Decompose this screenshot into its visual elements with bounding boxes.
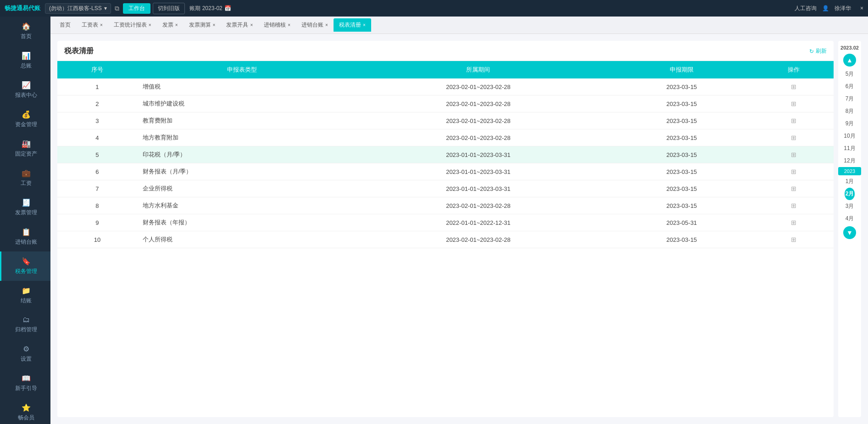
action-icon-6[interactable]: ⊞	[791, 185, 796, 192]
tab-label-0: 首页	[60, 21, 71, 29]
col-type: 申报表类型	[137, 61, 347, 78]
cell-deadline-9: 2023-03-15	[610, 231, 754, 248]
cell-no-9: 10	[57, 231, 137, 248]
tab-close-7[interactable]: ×	[325, 22, 328, 28]
user-name: 徐泽华	[835, 5, 851, 12]
tab-close-3[interactable]: ×	[175, 22, 178, 28]
sidebar-icon-0: 🏠	[22, 22, 31, 31]
sidebar-item-9[interactable]: 📁结账	[0, 281, 50, 310]
cell-no-8: 9	[57, 214, 137, 231]
page-content: 税表清册 ↻ 刷新 序号 申报表类型 所属期间 申报期限	[50, 34, 868, 424]
tab-8[interactable]: 税表清册×	[334, 18, 371, 32]
tab-5[interactable]: 发票开具×	[221, 18, 258, 32]
action-icon-5[interactable]: ⊞	[791, 168, 796, 175]
tab-close-5[interactable]: ×	[250, 22, 253, 28]
action-icon-1[interactable]: ⊞	[791, 100, 796, 107]
action-icon-8[interactable]: ⊞	[791, 219, 796, 226]
sidebar-item-2[interactable]: 📈报表中心	[0, 75, 50, 105]
tab-3[interactable]: 发票×	[157, 18, 184, 32]
panel-month[interactable]: 3月	[845, 200, 855, 212]
sidebar-item-6[interactable]: 🧾发票管理	[0, 193, 50, 222]
cell-no-5: 6	[57, 163, 137, 180]
panel-month[interactable]: 6月	[843, 80, 856, 93]
sidebar-item-13[interactable]: ⭐畅会员	[0, 398, 50, 424]
tab-close-2[interactable]: ×	[149, 22, 151, 28]
cell-action-6[interactable]: ⊞	[754, 180, 834, 197]
sidebar-label-5: 工资	[21, 179, 32, 187]
panel-month[interactable]: 12月	[843, 155, 856, 167]
sidebar-icon-11: ⚙	[23, 345, 29, 353]
panel-month[interactable]: 2月	[845, 188, 855, 200]
calendar-icon[interactable]: 📅	[224, 5, 231, 11]
tab-7[interactable]: 进销台账×	[296, 18, 334, 32]
action-icon-0[interactable]: ⊞	[791, 83, 796, 90]
tab-1[interactable]: 工资表×	[76, 18, 108, 32]
panel-year-label: 2023.02	[840, 43, 860, 52]
panel-month[interactable]: 4月	[845, 212, 855, 225]
sidebar-item-11[interactable]: ⚙设置	[0, 339, 50, 368]
cell-action-1[interactable]: ⊞	[754, 95, 834, 112]
sidebar-item-3[interactable]: 💰资金管理	[0, 105, 50, 134]
panel-month[interactable]: 7月	[843, 93, 856, 105]
cell-action-4[interactable]: ⊞	[754, 146, 834, 163]
tab-0[interactable]: 首页	[54, 18, 76, 32]
human-consult-button[interactable]: 人工咨询	[795, 5, 817, 12]
cell-action-8[interactable]: ⊞	[754, 214, 834, 231]
table-row: 6 财务报表（月/季） 2023-01-01~2023-03-31 2023-0…	[57, 163, 834, 180]
data-table: 序号 申报表类型 所属期间 申报期限 操作 1 增值税 2023-02-01~2…	[57, 61, 834, 417]
action-icon-7[interactable]: ⊞	[791, 202, 796, 209]
panel-up-button[interactable]: ▲	[843, 54, 856, 67]
cell-action-7[interactable]: ⊞	[754, 197, 834, 214]
panel-month[interactable]: 5月	[843, 68, 856, 80]
tab-2[interactable]: 工资统计报表×	[108, 18, 157, 32]
tab-close-1[interactable]: ×	[100, 22, 103, 28]
panel-down-button[interactable]: ▼	[843, 226, 856, 239]
action-icon-4[interactable]: ⊞	[791, 151, 796, 158]
tab-close-8[interactable]: ×	[363, 22, 366, 28]
tab-label-4: 发票测算	[189, 21, 211, 29]
sidebar-item-10[interactable]: 🗂归档管理	[0, 310, 50, 339]
cell-action-3[interactable]: ⊞	[754, 129, 834, 146]
action-icon-2[interactable]: ⊞	[791, 117, 796, 124]
panel-month[interactable]: 11月	[843, 142, 856, 155]
panel-month[interactable]: 9月	[843, 117, 856, 130]
cell-no-6: 7	[57, 180, 137, 197]
cell-period-5: 2023-01-01~2023-03-31	[347, 163, 609, 180]
refresh-icon: ↻	[809, 48, 814, 55]
page-header: 税表清册 ↻ 刷新	[57, 41, 834, 61]
cell-type-8: 财务报表（年报）	[137, 214, 347, 231]
table-row: 10 个人所得税 2023-02-01~2023-02-28 2023-03-1…	[57, 231, 834, 248]
action-icon-3[interactable]: ⊞	[791, 134, 796, 141]
tab-close-4[interactable]: ×	[213, 22, 216, 28]
cell-action-9[interactable]: ⊞	[754, 231, 834, 248]
sidebar-icon-12: 📖	[22, 374, 31, 383]
workbench-button[interactable]: 工作台	[123, 3, 150, 14]
sidebar-icon-13: ⭐	[22, 403, 31, 412]
company-selector[interactable]: (勿动）江西极客-LSS ▾	[45, 3, 111, 14]
close-button[interactable]: ×	[860, 5, 863, 11]
tab-6[interactable]: 进销稽核×	[258, 18, 296, 32]
cell-action-2[interactable]: ⊞	[754, 112, 834, 129]
sidebar-item-7[interactable]: 📋进销台账	[0, 222, 50, 251]
sidebar-item-0[interactable]: 🏠首页	[0, 17, 50, 46]
tab-close-6[interactable]: ×	[288, 22, 290, 28]
panel-month[interactable]: 10月	[843, 130, 856, 142]
sidebar-icon-4: 🏭	[22, 139, 31, 148]
sidebar: 🏠首页📊总账📈报表中心💰资金管理🏭固定资产💼工资🧾发票管理📋进销台账🔖税务管理📁…	[0, 17, 50, 424]
panel-month[interactable]: 8月	[843, 105, 856, 117]
cell-action-5[interactable]: ⊞	[754, 163, 834, 180]
sidebar-item-5[interactable]: 💼工资	[0, 163, 50, 193]
action-icon-9[interactable]: ⊞	[791, 236, 796, 243]
tab-4[interactable]: 发票测算×	[184, 18, 221, 32]
sidebar-item-1[interactable]: 📊总账	[0, 46, 50, 75]
switch-old-button[interactable]: 切到旧版	[153, 3, 185, 14]
cell-period-6: 2023-01-01~2023-03-31	[347, 180, 609, 197]
cell-action-0[interactable]: ⊞	[754, 78, 834, 95]
sidebar-item-4[interactable]: 🏭固定资产	[0, 134, 50, 163]
sidebar-item-8[interactable]: 🔖税务管理	[0, 251, 50, 281]
cell-type-6: 企业所得税	[137, 180, 347, 197]
sidebar-item-12[interactable]: 📖新手引导	[0, 368, 50, 398]
refresh-button[interactable]: ↻ 刷新	[809, 47, 827, 55]
panel-month[interactable]: 1月	[845, 175, 855, 188]
sidebar-label-4: 固定资产	[15, 150, 37, 158]
